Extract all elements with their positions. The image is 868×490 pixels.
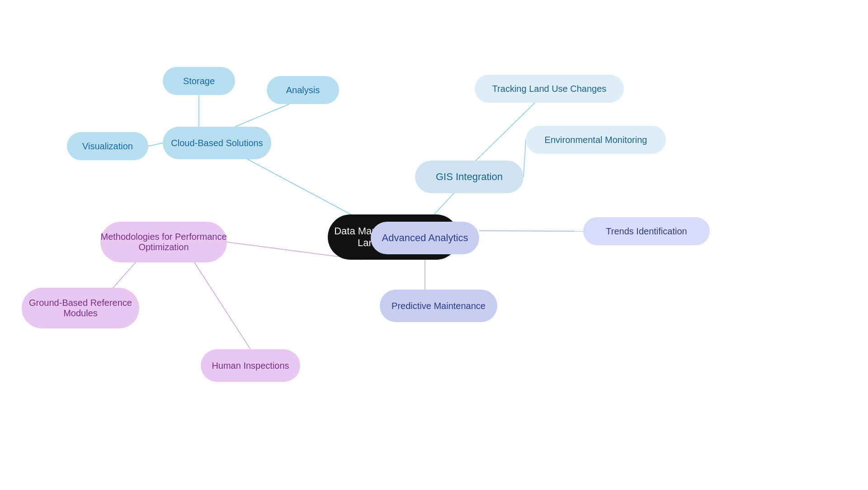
trends-identification-node: Trends Identification bbox=[583, 217, 710, 245]
human-inspections-node: Human Inspections bbox=[201, 349, 300, 382]
svg-line-2 bbox=[235, 104, 289, 127]
storage-node: Storage bbox=[163, 67, 235, 95]
visualization-node: Visualization bbox=[67, 132, 148, 160]
gis-integration-node: GIS Integration bbox=[415, 161, 524, 193]
predictive-maintenance-node: Predictive Maintenance bbox=[380, 290, 497, 322]
advanced-analytics-node: Advanced Analytics bbox=[371, 222, 479, 254]
methodologies-node: Methodologies for Performance Optimizati… bbox=[100, 222, 227, 262]
svg-line-6 bbox=[524, 140, 526, 177]
analysis-node: Analysis bbox=[267, 76, 339, 104]
svg-line-9 bbox=[194, 262, 250, 349]
environmental-monitoring-node: Environmental Monitoring bbox=[526, 126, 666, 154]
svg-line-8 bbox=[113, 262, 136, 288]
cloud-solutions-node: Cloud-Based Solutions bbox=[163, 127, 271, 159]
ground-based-node: Ground-Based Reference Modules bbox=[22, 288, 139, 328]
tracking-land-use-node: Tracking Land Use Changes bbox=[475, 75, 624, 103]
svg-line-11 bbox=[479, 231, 583, 231]
svg-line-3 bbox=[148, 143, 163, 146]
